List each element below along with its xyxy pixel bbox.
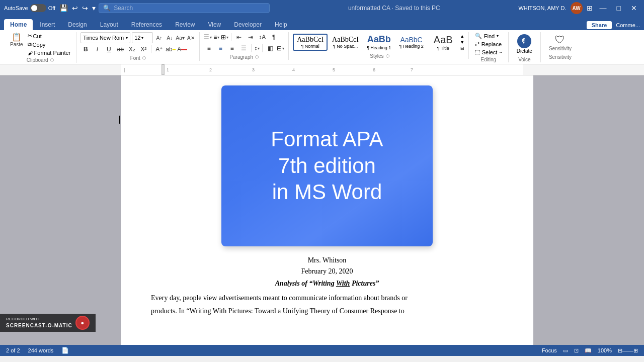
style-normal[interactable]: AaBbCcI ¶ Normal (293, 34, 328, 51)
font-group: Times New Rom ▾ 12 ▾ A↑ A↓ Aa▾ A✕ B I U … (76, 32, 200, 61)
sort-button[interactable]: ↕A (257, 32, 267, 42)
search-input[interactable] (114, 5, 265, 12)
multilevel-button[interactable]: ⊞ ▾ (221, 34, 228, 41)
increase-font-button[interactable]: A↑ (154, 34, 164, 42)
numbering-button[interactable]: ≡ ▾ (213, 34, 219, 41)
style-title[interactable]: AaB ¶ Title (428, 32, 458, 52)
tab-home[interactable]: Home (4, 19, 33, 30)
paragraph-group: ☰ ▾ ≡ ▾ ⊞ ▾ ⇤ ⇥ ↕A ¶ ≡ ≡ ≡ ☰ ↕ (200, 32, 289, 60)
sensitivity-group-label: Sensitivity (545, 54, 576, 60)
tab-help[interactable]: Help (269, 19, 293, 30)
tab-review[interactable]: Review (169, 19, 201, 30)
tab-insert[interactable]: Insert (34, 19, 61, 30)
share-button[interactable]: Share (587, 21, 612, 29)
tab-references[interactable]: References (125, 19, 168, 30)
user-initials: AW (572, 6, 580, 11)
highlight-color-bar (173, 49, 176, 50)
doc-para2: products. In “Writing With Pictures: Tow… (151, 306, 503, 317)
text-cursor (119, 116, 120, 124)
clear-format-button[interactable]: A✕ (186, 34, 195, 42)
read-mode-icon[interactable]: 📖 (585, 347, 592, 354)
titlebar: AutoSave Off 💾 ↩ ↪ ▾ 🔍 unformatted CA · … (0, 0, 644, 16)
decrease-indent-button[interactable]: ⇤ (234, 32, 244, 42)
focus-button[interactable]: Focus (542, 347, 557, 353)
justify-button[interactable]: ☰ (238, 43, 249, 53)
ruler-left-margin[interactable] (162, 64, 165, 75)
copy-button[interactable]: ⧉ Copy (26, 41, 72, 48)
styles-expand[interactable]: ⊟ (458, 45, 466, 51)
dictate-icon: 🎙 (517, 34, 531, 48)
tab-design[interactable]: Design (62, 19, 93, 30)
style-heading1[interactable]: AaBb ¶ Heading 1 (363, 33, 394, 52)
cut-button[interactable]: ✂ Cut (26, 32, 72, 40)
underline-button[interactable]: U (104, 44, 114, 54)
change-case-button[interactable]: Aa▾ (176, 34, 185, 42)
fontsize-dropdown-icon: ▾ (141, 36, 143, 40)
bullets-icon: ☰ (204, 34, 209, 41)
increase-indent-button[interactable]: ⇥ (246, 32, 256, 42)
clipboard-expand-icon[interactable]: ⬡ (50, 58, 54, 62)
font-color-button[interactable]: A (177, 44, 187, 54)
para-expand-icon[interactable]: ⬡ (255, 55, 259, 59)
decrease-font-button[interactable]: A↓ (165, 34, 174, 42)
replace-button[interactable]: ⇄ Replace (473, 40, 504, 48)
strikethrough-button[interactable]: ab (115, 44, 125, 54)
style-no-spacing[interactable]: AaBbCcI ¶ No Spac... (329, 34, 362, 51)
select-button[interactable]: ⬚ Select ~ (473, 48, 504, 56)
show-formatting-button[interactable]: ¶ (269, 32, 279, 42)
tab-layout[interactable]: Layout (94, 19, 124, 30)
maximize-button[interactable]: □ (614, 4, 624, 12)
document-check-icon[interactable]: 📄 (61, 347, 69, 354)
print-layout-icon[interactable]: ▭ (563, 347, 568, 354)
subscript-button[interactable]: X₂ (127, 44, 137, 54)
autosave-toggle[interactable] (30, 4, 46, 12)
close-button[interactable]: ✕ (628, 4, 640, 12)
bold-button[interactable]: B (80, 44, 91, 54)
paste-button[interactable]: 📋 Paste (8, 32, 25, 48)
statusbar-right: Focus ▭ ⊡ 📖 100% ⊟——⊞ (542, 347, 638, 354)
autosave-control[interactable]: AutoSave Off (4, 4, 55, 12)
superscript-button[interactable]: X² (138, 44, 148, 54)
undo-icon[interactable]: ↩ (72, 4, 78, 12)
web-layout-icon[interactable]: ⊡ (574, 347, 579, 354)
search-box[interactable]: 🔍 (99, 3, 270, 13)
align-right-button[interactable]: ≡ (227, 43, 237, 53)
doc-para1: Every day, people view advertisements me… (151, 293, 503, 304)
save-icon[interactable]: 💾 (59, 4, 68, 12)
dictate-button[interactable]: 🎙 Dictate (513, 32, 536, 56)
format-painter-button[interactable]: 🖌 Format Painter (26, 49, 72, 56)
paragraph-label: Paragraph ⬡ (204, 54, 284, 60)
line-spacing-button[interactable]: ↕ ▾ (254, 45, 260, 52)
styles-scroll-up[interactable]: ▲ (458, 33, 466, 39)
styles-group: AaBbCcI ¶ Normal AaBbCcI ¶ No Spac... Aa… (289, 32, 469, 59)
para-top-row: ☰ ▾ ≡ ▾ ⊞ ▾ ⇤ ⇥ ↕A ¶ (204, 32, 279, 42)
font-size-selector[interactable]: 12 ▾ (132, 32, 153, 43)
align-left-button[interactable]: ≡ (204, 43, 214, 53)
tab-view[interactable]: View (202, 19, 227, 30)
styles-scroll-down[interactable]: ▼ (458, 39, 466, 45)
style-heading2[interactable]: AaBbC ¶ Heading 2 (395, 34, 427, 51)
borders-button[interactable]: ⊟ ▾ (277, 45, 284, 52)
comments-button[interactable]: Comme... (616, 22, 640, 28)
view-icon[interactable]: ⊞ (587, 4, 593, 12)
font-expand-icon[interactable]: ⬡ (142, 56, 146, 60)
user-avatar[interactable]: AW (571, 2, 583, 14)
zoom-slider[interactable]: ⊟——⊞ (618, 347, 638, 354)
shading-button[interactable]: ◧ (265, 43, 275, 53)
paste-icon: 📋 (12, 33, 22, 41)
redo-icon[interactable]: ↪ (82, 4, 88, 12)
numbering-icon: ≡ (213, 34, 217, 41)
italic-button[interactable]: I (92, 44, 102, 54)
minimize-button[interactable]: — (597, 4, 610, 12)
styles-expand-icon[interactable]: ⬡ (386, 54, 389, 58)
align-center-button[interactable]: ≡ (215, 43, 225, 53)
font-name-selector[interactable]: Times New Rom ▾ (80, 32, 130, 43)
find-button[interactable]: 🔍 Find ▾ (473, 32, 504, 40)
document-page[interactable]: Format APA7th editionin MS Word Mrs. Whi… (121, 75, 533, 345)
tab-developer[interactable]: Developer (228, 19, 268, 30)
customize-icon[interactable]: ▾ (92, 4, 96, 12)
text-highlight-button[interactable]: ab (166, 44, 176, 54)
titlebar-left: AutoSave Off 💾 ↩ ↪ ▾ (4, 4, 96, 12)
bullets-button[interactable]: ☰ ▾ (204, 34, 212, 41)
text-effect-button[interactable]: A⁺ (154, 44, 164, 54)
